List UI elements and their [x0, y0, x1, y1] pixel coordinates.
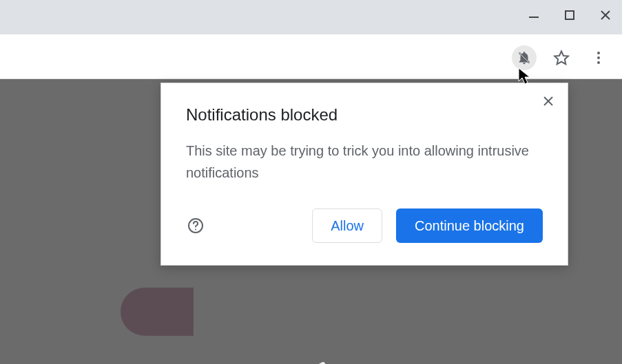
notifications-blocked-popup: Notifications blocked This site may be t…: [160, 83, 568, 266]
close-window-button[interactable]: [597, 7, 614, 23]
svg-point-7: [597, 52, 600, 54]
popup-close-button[interactable]: [539, 92, 558, 111]
svg-rect-1: [566, 11, 574, 19]
minimize-button[interactable]: [526, 7, 542, 23]
svg-point-8: [597, 56, 600, 59]
toolbar: [0, 34, 622, 79]
window-controls: [526, 7, 614, 23]
maximize-button[interactable]: [561, 7, 578, 23]
continue-blocking-button[interactable]: Continue blocking: [396, 208, 543, 243]
popup-description: This site may be trying to trick you int…: [186, 140, 530, 184]
tab-strip: [0, 0, 622, 34]
popup-actions: Allow Continue blocking: [186, 208, 543, 243]
svg-point-9: [597, 61, 600, 64]
popup-title: Notifications blocked: [186, 105, 543, 125]
site-element: [121, 288, 194, 336]
browser-menu-icon[interactable]: [586, 45, 611, 70]
help-icon[interactable]: [186, 216, 205, 235]
svg-marker-6: [554, 52, 568, 65]
notifications-blocked-icon[interactable]: [512, 45, 537, 70]
bookmark-star-icon[interactable]: [549, 45, 574, 70]
annotation-arrow-icon: [289, 354, 344, 364]
svg-point-13: [195, 229, 196, 231]
allow-button[interactable]: Allow: [312, 208, 382, 243]
